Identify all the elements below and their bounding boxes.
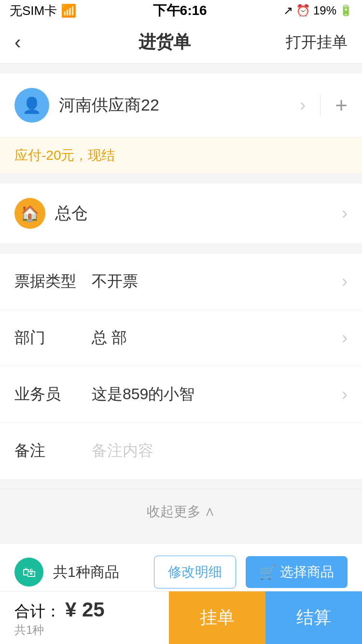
- supplier-name: 河南供应商22: [59, 94, 300, 116]
- invoice-type-value: 不开票: [92, 271, 337, 292]
- footer-total-row: 合计： ¥ 25: [14, 598, 154, 622]
- products-count-label: 共1种商品: [53, 562, 144, 582]
- salesperson-label: 业务员: [14, 384, 82, 405]
- warehouse-name: 总仓: [55, 202, 342, 224]
- remark-label: 备注: [14, 440, 82, 462]
- back-button[interactable]: ‹: [14, 31, 43, 53]
- battery-label: 19%: [313, 4, 336, 17]
- status-bar: 无SIM卡 📶 下午6:16 ↗ ⏰ 19% 🔋: [0, 0, 362, 21]
- location-icon: ↗: [283, 4, 293, 17]
- nav-bar: ‹ 进货单 打开挂单: [0, 21, 362, 64]
- products-icon: 🛍: [14, 558, 43, 587]
- supplier-row[interactable]: 👤 河南供应商22 › +: [0, 73, 362, 138]
- invoice-type-chevron-icon: ›: [342, 271, 348, 292]
- pending-button[interactable]: 挂单: [169, 591, 265, 644]
- warehouse-row[interactable]: 🏠 总仓 ›: [0, 183, 362, 243]
- cart-icon: 🛒: [259, 564, 276, 580]
- remark-input[interactable]: 备注内容: [92, 440, 348, 462]
- invoice-type-row[interactable]: 票据类型 不开票 ›: [0, 253, 362, 309]
- select-product-label: 选择商品: [280, 563, 334, 581]
- status-time: 下午6:16: [153, 1, 207, 20]
- warehouse-icon: 🏠: [14, 198, 45, 229]
- footer: 合计： ¥ 25 共1种 挂单 结算: [0, 591, 362, 644]
- salesperson-value: 这是859的小智: [92, 384, 337, 405]
- supplier-avatar: 👤: [14, 88, 49, 123]
- status-carrier: 无SIM卡 📶: [10, 2, 76, 19]
- department-row[interactable]: 部门 总 部 ›: [0, 309, 362, 366]
- main-content: 👤 河南供应商22 › + 应付-20元，现结 🏠 总仓 › 票据类型 不开票 …: [0, 73, 362, 644]
- salesperson-row[interactable]: 业务员 这是859的小智 ›: [0, 366, 362, 422]
- total-label: 合计：: [14, 602, 61, 620]
- carrier-label: 无SIM卡: [10, 2, 57, 19]
- department-chevron-icon: ›: [342, 328, 348, 348]
- modify-detail-button[interactable]: 修改明细: [154, 556, 236, 588]
- supplier-chevron-icon: ›: [300, 95, 306, 115]
- department-value: 总 部: [92, 327, 337, 349]
- bag-icon: 🛍: [22, 564, 36, 580]
- checkout-button[interactable]: 结算: [265, 591, 362, 644]
- warehouse-card: 🏠 总仓 ›: [0, 183, 362, 243]
- supplier-card: 👤 河南供应商22 › + 应付-20元，现结: [0, 73, 362, 174]
- open-pending-button[interactable]: 打开挂单: [286, 32, 348, 53]
- battery-icon: 🔋: [339, 4, 352, 17]
- department-label: 部门: [14, 327, 82, 349]
- salesperson-chevron-icon: ›: [342, 384, 348, 405]
- total-amount: ¥ 25: [65, 598, 105, 621]
- supplier-notice: 应付-20元，现结: [0, 138, 362, 174]
- warehouse-chevron-icon: ›: [342, 203, 348, 224]
- form-card: 票据类型 不开票 › 部门 总 部 › 业务员 这是859的小智 › 备注 备注…: [0, 253, 362, 479]
- alarm-icon: ⏰: [296, 4, 310, 17]
- status-indicators: ↗ ⏰ 19% 🔋: [283, 4, 352, 17]
- remark-row[interactable]: 备注 备注内容: [0, 422, 362, 479]
- collapse-row[interactable]: 收起更多 ∧: [0, 489, 362, 534]
- invoice-type-label: 票据类型: [14, 271, 82, 292]
- add-supplier-button[interactable]: +: [320, 95, 348, 116]
- collapse-label: 收起更多 ∧: [147, 503, 216, 521]
- footer-total-section: 合计： ¥ 25 共1种: [0, 598, 169, 638]
- total-count: 共1种: [14, 622, 154, 638]
- avatar-icon: 👤: [22, 96, 42, 114]
- page-title: 进货单: [139, 30, 191, 54]
- house-icon: 🏠: [20, 204, 40, 223]
- wifi-icon: 📶: [61, 3, 76, 18]
- select-product-button[interactable]: 🛒 选择商品: [246, 556, 348, 588]
